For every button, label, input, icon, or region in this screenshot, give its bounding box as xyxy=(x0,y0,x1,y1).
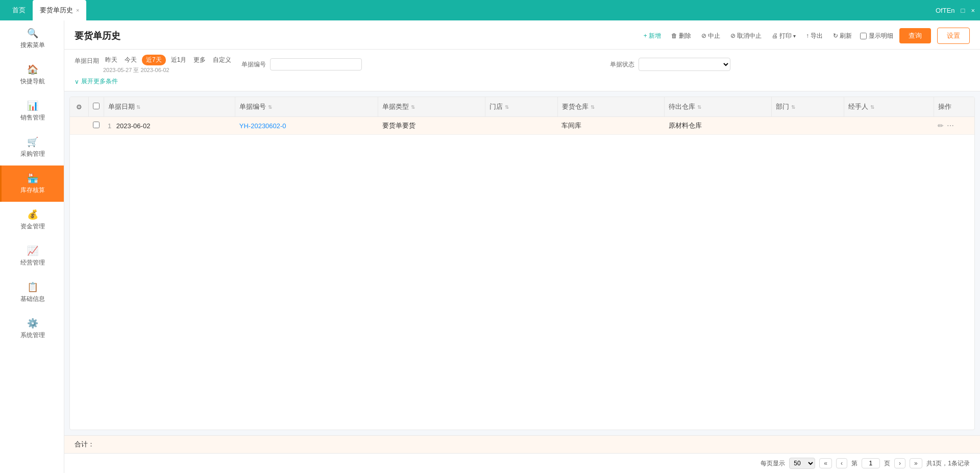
maximize-btn[interactable]: □ xyxy=(961,7,965,14)
row-checkbox[interactable] xyxy=(93,122,100,128)
th-docnum-label: 单据编号 xyxy=(239,103,266,110)
select-all-checkbox[interactable] xyxy=(93,103,100,109)
print-icon: 🖨 xyxy=(772,32,778,39)
sidebar-item-search-menu[interactable]: 🔍 搜索菜单 xyxy=(0,20,64,57)
row-num-date: 1 2023-06-02 xyxy=(104,117,235,135)
page-header: 要货单历史 + 新增 🗑 删除 ⊘ 中止 ⊘ 取消中止 🖨 打印 xyxy=(64,20,980,50)
row-req-warehouse: 车间库 xyxy=(557,117,664,135)
sidebar-item-inventory[interactable]: 🏪 库存核算 xyxy=(0,165,64,202)
show-detail-label: 显示明细 xyxy=(869,32,893,40)
doc-num-filter: 单据编号 xyxy=(241,58,601,70)
sort-date-icon: ⇅ xyxy=(136,104,140,110)
sidebar-label-finance: 资金管理 xyxy=(20,222,45,231)
next-page-btn[interactable]: › xyxy=(894,458,905,468)
sidebar-item-purchase[interactable]: 🛒 采购管理 xyxy=(0,129,64,165)
date-range-display: 2023-05-27 至 2023-06-02 xyxy=(103,66,233,74)
th-handler[interactable]: 经手人 ⇅ xyxy=(844,97,934,117)
sidebar-item-basic-info[interactable]: 📋 基础信息 xyxy=(0,274,64,311)
sidebar-label-sales: 销售管理 xyxy=(20,113,45,122)
status-label: 单据状态 xyxy=(610,60,634,69)
th-dept[interactable]: 部门 ⇅ xyxy=(772,97,844,117)
first-page-btn[interactable]: « xyxy=(819,458,832,468)
sort-dest-warehouse-icon: ⇅ xyxy=(697,104,701,110)
cancel-stop-button[interactable]: ⊘ 取消中止 xyxy=(728,31,764,41)
row-store xyxy=(485,117,558,135)
show-detail-checkbox-group[interactable]: 显示明细 xyxy=(860,32,893,40)
pagination-bar: 每页显示 10 20 50 100 « ‹ 第 页 › » 共1页，1条记录 xyxy=(64,453,980,473)
th-doctype[interactable]: 单据类型 ⇅ xyxy=(378,97,485,117)
purchase-icon: 🛒 xyxy=(27,136,38,148)
row-docnum-cell[interactable]: YH-20230602-0 xyxy=(235,117,378,135)
row-dest-warehouse: 原材料仓库 xyxy=(665,117,772,135)
sort-doctype-icon: ⇅ xyxy=(411,104,415,110)
sidebar-item-quick-nav[interactable]: 🏠 快捷导航 xyxy=(0,57,64,93)
new-button[interactable]: + 新增 xyxy=(642,31,663,41)
date-btn-custom[interactable]: 自定义 xyxy=(211,55,233,65)
th-req-warehouse[interactable]: 要货仓库 ⇅ xyxy=(557,97,664,117)
last-page-btn[interactable]: » xyxy=(910,458,922,468)
page-size-select[interactable]: 10 20 50 100 xyxy=(789,458,815,469)
row-docnum-link[interactable]: YH-20230602-0 xyxy=(239,122,286,130)
sidebar-item-operations[interactable]: 📈 经营管理 xyxy=(0,238,64,274)
export-button[interactable]: ↑ 导出 xyxy=(804,31,825,41)
date-btn-7days[interactable]: 近7天 xyxy=(142,55,166,65)
th-settings[interactable]: ⚙ xyxy=(70,97,88,117)
page-number-input[interactable] xyxy=(862,458,880,468)
row-dept xyxy=(772,117,844,135)
status-select[interactable] xyxy=(639,58,730,71)
doc-num-input[interactable] xyxy=(270,58,362,70)
sidebar: 🔍 搜索菜单 🏠 快捷导航 📊 销售管理 🛒 采购管理 🏪 库存核算 💰 资金管… xyxy=(0,20,64,473)
th-store[interactable]: 门店 ⇅ xyxy=(485,97,558,117)
operations-icon: 📈 xyxy=(27,245,38,256)
show-detail-checkbox[interactable] xyxy=(860,33,867,39)
sidebar-item-finance[interactable]: 💰 资金管理 xyxy=(0,202,64,238)
edit-icon[interactable]: ✏ xyxy=(938,122,944,130)
row-num: 1 xyxy=(108,122,111,130)
date-btn-1month[interactable]: 近1月 xyxy=(169,55,189,65)
date-btn-more[interactable]: 更多 xyxy=(191,55,208,65)
sidebar-label-quick-nav: 快捷导航 xyxy=(20,77,45,86)
status-filter: 单据状态 xyxy=(610,58,970,71)
row-doctype: 要货单要货 xyxy=(378,117,485,135)
quick-nav-icon: 🏠 xyxy=(27,64,38,75)
date-options-group: 昨天 今天 近7天 近1月 更多 自定义 2023-05-27 至 2023-0… xyxy=(103,55,233,74)
chevron-down-icon: ∨ xyxy=(75,78,79,85)
more-icon[interactable]: ⋯ xyxy=(947,122,954,130)
row-checkbox-cell[interactable] xyxy=(88,117,104,135)
inventory-icon: 🏪 xyxy=(27,173,38,184)
basic-info-icon: 📋 xyxy=(27,281,38,293)
sidebar-item-sales[interactable]: 📊 销售管理 xyxy=(0,93,64,129)
tab-home[interactable]: 首页 xyxy=(5,0,33,20)
finance-icon: 💰 xyxy=(27,209,38,220)
expand-more-label: 展开更多条件 xyxy=(81,77,118,86)
expand-more-btn[interactable]: ∨ 展开更多条件 xyxy=(75,77,970,86)
query-button[interactable]: 查询 xyxy=(899,28,931,43)
date-btn-today[interactable]: 今天 xyxy=(122,55,139,65)
sidebar-label-basic-info: 基础信息 xyxy=(20,295,45,303)
page-size-label: 每页显示 xyxy=(761,459,785,468)
th-docnum[interactable]: 单据编号 ⇅ xyxy=(235,97,378,117)
refresh-button[interactable]: ↻ 刷新 xyxy=(831,31,854,41)
total-info: 共1页，1条记录 xyxy=(926,459,970,468)
refresh-icon: ↻ xyxy=(833,32,838,39)
th-checkbox[interactable] xyxy=(88,97,104,117)
sidebar-item-system[interactable]: ⚙️ 系统管理 xyxy=(0,311,64,347)
date-btn-yesterday[interactable]: 昨天 xyxy=(103,55,119,65)
print-button[interactable]: 🖨 打印 ▾ xyxy=(770,31,798,41)
close-window-btn[interactable]: × xyxy=(971,7,975,14)
th-date[interactable]: 单据日期 ⇅ xyxy=(104,97,235,117)
main-layout: 🔍 搜索菜单 🏠 快捷导航 📊 销售管理 🛒 采购管理 🏪 库存核算 💰 资金管… xyxy=(0,20,980,473)
close-tab-icon[interactable]: × xyxy=(76,7,79,13)
setting-button[interactable]: 设置 xyxy=(937,28,970,44)
data-table: ⚙ 单据日期 ⇅ 单据编号 ⇅ 单据类型 xyxy=(70,97,974,135)
sort-docnum-icon: ⇅ xyxy=(268,104,272,110)
stop-icon: ⊘ xyxy=(701,32,706,39)
delete-button[interactable]: 🗑 删除 xyxy=(669,31,693,41)
filter-row-1: 单据日期 昨天 今天 近7天 近1月 更多 自定义 2023-05-27 至 2… xyxy=(75,55,970,74)
table-row: 1 2023-06-02 YH-20230602-0 要货单要货 车间库 原材料… xyxy=(70,117,974,135)
toolbar: + 新增 🗑 删除 ⊘ 中止 ⊘ 取消中止 🖨 打印 ▾ xyxy=(642,28,970,44)
th-dest-warehouse[interactable]: 待出仓库 ⇅ xyxy=(665,97,772,117)
stop-button[interactable]: ⊘ 中止 xyxy=(699,31,722,41)
tab-requisition-history[interactable]: 要货单历史 × xyxy=(33,0,86,20)
prev-page-btn[interactable]: ‹ xyxy=(836,458,847,468)
